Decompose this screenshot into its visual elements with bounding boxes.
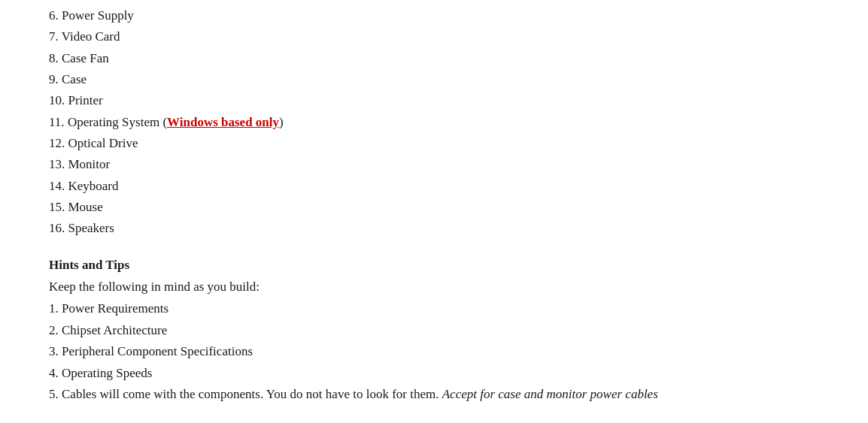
item-number: 12. (49, 136, 68, 150)
hints-item-cables: 5. Cables will come with the components.… (49, 385, 819, 404)
item-number: 14. (49, 179, 68, 193)
hints-intro: Keep the following in mind as you build: (49, 277, 819, 297)
hints-section: Hints and Tips Keep the following in min… (49, 255, 819, 404)
item-text: Monitor (68, 157, 111, 171)
hints-item-text-before: Cables will come with the components. Yo… (62, 387, 442, 401)
item-text: Optical Drive (68, 136, 138, 150)
list-item: 7. Video Card (49, 27, 819, 47)
list-item: 10. Printer (49, 91, 819, 110)
item-text-after: ) (279, 115, 284, 129)
list-item: 15. Mouse (49, 198, 819, 217)
page-container: 6. Power Supply 7. Video Card 8. Case Fa… (0, 0, 868, 423)
item-text: Mouse (68, 200, 103, 214)
hints-title: Hints and Tips (49, 255, 819, 275)
list-item: 12. Optical Drive (49, 134, 819, 153)
item-text: Printer (68, 93, 103, 107)
list-item: 14. Keyboard (49, 177, 819, 196)
hints-item-number: 3. (49, 344, 62, 358)
hints-item-number: 5. (49, 387, 62, 401)
item-text: Video Card (62, 29, 120, 44)
item-number: 11. (49, 115, 68, 129)
list-item: 8. Case Fan (49, 49, 819, 68)
hints-item-text: Power Requirements (62, 301, 168, 316)
item-number: 8. (49, 51, 62, 65)
hints-item: 2. Chipset Architecture (49, 321, 819, 340)
hints-item-text: Peripheral Component Specifications (62, 344, 253, 358)
item-number: 9. (49, 72, 62, 86)
item-text: Keyboard (68, 179, 119, 193)
hints-list: 1. Power Requirements 2. Chipset Archite… (49, 299, 819, 404)
list-item: 6. Power Supply (49, 6, 819, 26)
item-text: Power Supply (62, 8, 134, 23)
hints-item-number: 2. (49, 323, 62, 337)
component-list: 6. Power Supply 7. Video Card 8. Case Fa… (49, 6, 819, 239)
item-text: Speakers (68, 221, 114, 235)
list-item: 9. Case (49, 70, 819, 89)
item-text-before: Operating System ( (68, 115, 167, 129)
item-number: 13. (49, 157, 68, 171)
hints-item-number: 1. (49, 301, 62, 316)
hints-item-text: Chipset Architecture (62, 323, 167, 337)
item-text: Case Fan (62, 51, 109, 65)
item-number: 7. (49, 29, 62, 44)
windows-highlight: Windows based only (167, 115, 279, 129)
hints-item-text: Operating Speeds (62, 366, 152, 380)
item-number: 10. (49, 93, 68, 107)
list-item-os: 11. Operating System (Windows based only… (49, 113, 819, 132)
hints-item-italic: Accept for case and monitor power cables (442, 387, 658, 401)
list-item: 13. Monitor (49, 155, 819, 174)
item-number: 15. (49, 200, 68, 214)
hints-item: 1. Power Requirements (49, 299, 819, 319)
list-item: 16. Speakers (49, 219, 819, 238)
item-number: 16. (49, 221, 68, 235)
hints-item: 3. Peripheral Component Specifications (49, 342, 819, 361)
item-text: Case (62, 72, 86, 86)
hints-item-number: 4. (49, 366, 62, 380)
item-number: 6. (49, 8, 62, 23)
hints-item: 4. Operating Speeds (49, 364, 819, 383)
